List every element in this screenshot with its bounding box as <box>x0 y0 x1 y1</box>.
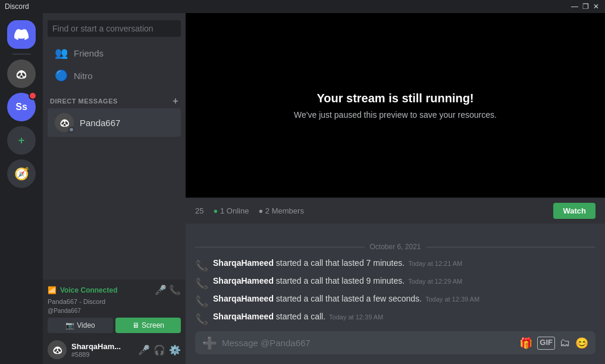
voice-status-label: Voice Connected <box>60 286 117 294</box>
user-controls[interactable]: 🎤 🎧 ⚙️ <box>138 344 181 356</box>
video-label: Video <box>77 321 95 330</box>
search-input[interactable] <box>48 20 181 37</box>
server-notification: Ss <box>7 93 36 121</box>
date-divider: October 6, 2021 <box>195 243 595 251</box>
message-text-2: SharqaHameed started a call that lasted … <box>213 294 479 303</box>
message-username-3: SharqaHameed <box>213 312 274 321</box>
call-info-bar: 25 ● 1 Online ● 2 Members Watch <box>186 197 605 224</box>
message-body-2: started a call that lasted a few seconds… <box>274 294 422 303</box>
user-avatar: 🐼 <box>48 340 67 359</box>
screen-icon: 🖥 <box>132 321 139 330</box>
discord-title: Discord <box>5 2 29 11</box>
screen-label: Screen <box>142 321 164 330</box>
add-server-icon: + <box>18 134 25 147</box>
call-icon-0: 📞 <box>195 259 207 272</box>
message-username-2: SharqaHameed <box>213 294 274 303</box>
nitro-nav-item[interactable]: 🔵 Nitro <box>48 64 181 87</box>
user-tag: #5889 <box>71 351 133 358</box>
message-input-actions[interactable]: 🎁 GIF 🗂 😊 <box>519 337 588 350</box>
server-icon-user[interactable]: 🐼 <box>7 59 36 88</box>
message-input-container[interactable]: ➕ 🎁 GIF 🗂 😊 <box>195 331 595 354</box>
message-body-0: started a call that lasted 7 minutes. <box>274 258 405 268</box>
titlebar-left: Discord <box>5 2 29 11</box>
panda667-name: Panda667 <box>80 118 120 128</box>
call-icon-1: 📞 <box>195 277 207 290</box>
friends-icon: 👥 <box>55 46 68 59</box>
app-layout: 🐼 Ss + 🧭 👥 Friends 🔵 Nitro DIRECT MESSAG… <box>0 13 605 364</box>
dm-sidebar: 👥 Friends 🔵 Nitro DIRECT MESSAGES + 🐼 Pa… <box>43 13 186 364</box>
user-info: SharqaHam... #5889 <box>71 342 133 358</box>
nitro-icon: 🔵 <box>55 69 68 82</box>
headset-button[interactable]: 🎧 <box>153 344 165 356</box>
stream-paused-title: Your stream is still running! <box>294 92 497 105</box>
sticker-button[interactable]: 🗂 <box>560 337 570 350</box>
panda667-avatar: 🐼 <box>55 113 74 132</box>
minimize-button[interactable]: — <box>570 2 579 11</box>
microphone-button[interactable]: 🎤 <box>138 344 150 356</box>
friends-nav-item[interactable]: 👥 Friends <box>48 42 181 64</box>
voice-disconnect-icon[interactable]: 📞 <box>169 284 181 296</box>
maximize-button[interactable]: ❐ <box>581 2 590 11</box>
dm-section-header: DIRECT MESSAGES + <box>43 87 186 108</box>
discord-home-button[interactable] <box>7 20 36 49</box>
stream-paused-subtitle: We've just paused this preview to save y… <box>294 110 497 120</box>
message-input[interactable] <box>222 331 515 354</box>
members-count-label: 2 Members <box>265 206 304 215</box>
message-text-0: SharqaHameed started a call that lasted … <box>213 258 462 268</box>
message-username-1: SharqaHameed <box>213 276 274 285</box>
members-count: ● 2 Members <box>258 206 304 215</box>
online-count: ● 1 Online <box>213 206 249 215</box>
friends-label: Friends <box>74 48 104 58</box>
messages-area: October 6, 2021 📞 SharqaHameed started a… <box>186 224 605 331</box>
message-timestamp-0: Today at 12:21 AM <box>408 260 462 267</box>
online-count-label: 1 Online <box>220 206 249 215</box>
user-name: SharqaHam... <box>71 342 133 351</box>
voice-call-title: Panda667 - Discord <box>48 298 181 305</box>
voice-action-buttons: 📷 Video 🖥 Screen <box>48 318 181 333</box>
video-button[interactable]: 📷 Video <box>48 318 113 333</box>
call-icon-2: 📞 <box>195 295 207 308</box>
settings-button[interactable]: ⚙️ <box>169 344 181 356</box>
stream-preview: Your stream is still running! We've just… <box>186 13 605 197</box>
message-item-3: 📞 SharqaHameed started a call.Today at 1… <box>195 310 595 327</box>
message-timestamp-2: Today at 12:39 AM <box>425 296 479 303</box>
panda667-status <box>68 127 74 133</box>
dm-item-panda667[interactable]: 🐼 Panda667 <box>48 108 181 137</box>
message-username-0: SharqaHameed <box>213 258 274 268</box>
message-timestamp-1: Today at 12:29 AM <box>408 278 462 285</box>
voice-call-name: Panda667 - Discord <box>48 298 105 305</box>
voice-bar: 📶 Voice Connected 🎤 📞 Panda667 - Discord… <box>43 280 186 335</box>
message-body-3: started a call. <box>274 312 325 321</box>
add-server-button[interactable]: + <box>7 126 36 155</box>
titlebar: Discord — ❐ ✕ <box>0 0 605 13</box>
emoji-button[interactable]: 😊 <box>575 337 588 350</box>
user-panel: 🐼 SharqaHam... #5889 🎤 🎧 ⚙️ <box>43 335 186 364</box>
watch-button[interactable]: Watch <box>553 203 595 219</box>
compass-icon: 🧭 <box>14 167 29 181</box>
search-bar[interactable] <box>43 13 186 42</box>
message-body-1: started a call that lasted 9 minutes. <box>274 276 405 285</box>
server-list: 🐼 Ss + 🧭 <box>0 13 43 364</box>
gif-button[interactable]: GIF <box>537 337 555 350</box>
voice-user-label: @Panda667 <box>48 307 181 314</box>
user-count-placeholder: 25 <box>195 206 203 215</box>
explore-servers-button[interactable]: 🧭 <box>7 159 36 188</box>
voice-waves-icon[interactable]: 🎤 <box>155 284 167 296</box>
close-button[interactable]: ✕ <box>592 2 600 11</box>
gift-button[interactable]: 🎁 <box>519 337 532 350</box>
main-content: Your stream is still running! We've just… <box>186 13 605 364</box>
message-timestamp-3: Today at 12:39 AM <box>329 313 383 321</box>
message-input-bar: ➕ 🎁 GIF 🗂 😊 <box>186 331 605 364</box>
voice-controls[interactable]: 🎤 📞 <box>155 284 181 296</box>
add-dm-button[interactable]: + <box>173 96 178 106</box>
voice-status-title: 📶 Voice Connected <box>48 286 117 294</box>
server-divider <box>12 54 31 55</box>
nitro-label: Nitro <box>74 71 93 81</box>
screen-button[interactable]: 🖥 Screen <box>115 318 181 333</box>
add-attachment-button[interactable]: ➕ <box>202 336 217 350</box>
titlebar-controls[interactable]: — ❐ ✕ <box>570 2 600 11</box>
dm-section-title: DIRECT MESSAGES <box>50 98 118 105</box>
call-icon-3: 📞 <box>195 313 207 326</box>
server-initials-icon[interactable]: Ss <box>7 93 36 121</box>
message-text-1: SharqaHameed started a call that lasted … <box>213 276 462 285</box>
